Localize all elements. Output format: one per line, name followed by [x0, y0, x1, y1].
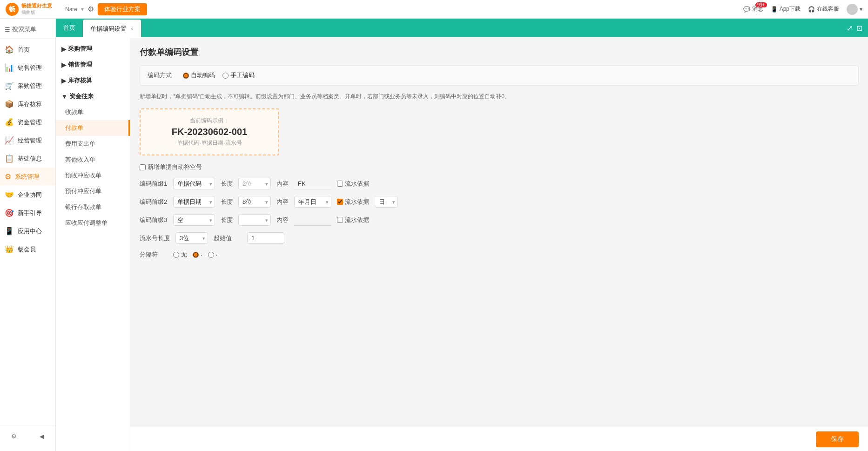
sub-item-shoukuan[interactable]: 收款单 — [56, 104, 130, 120]
waterfall3-checkbox[interactable] — [337, 217, 343, 223]
length1-select[interactable]: 2位 — [238, 178, 271, 189]
sidebar-item-finance[interactable]: 💰 资金管理 — [0, 113, 55, 131]
length2-select[interactable]: 8位 — [238, 196, 271, 208]
content2-select-wrapper: 年月日 — [294, 196, 331, 208]
user-avatar[interactable]: ▾ — [847, 4, 862, 15]
tab-window-icon[interactable]: ⊡ — [856, 24, 862, 33]
tab-close-icon[interactable]: × — [130, 26, 134, 32]
auto-code-option[interactable]: 自动编码 — [183, 71, 215, 80]
prefix1-select[interactable]: 单据代码 — [173, 178, 215, 189]
enterprise-icon: 🤝 — [5, 190, 14, 199]
sidebar-item-newbie[interactable]: 🎯 新手引导 — [0, 204, 55, 222]
length1-select-wrapper: 2位 — [238, 178, 271, 189]
sidebar-item-inventory[interactable]: 📦 库存核算 — [0, 95, 55, 113]
length1-label: 长度 — [221, 180, 233, 188]
prefix3-row: 编码前缀3 空 长度 内容 — [140, 214, 859, 226]
right-panel: 首页 单据编码设置 × ⤢ ⊡ ▶ 采购管理 — [56, 19, 868, 451]
serial-length-select[interactable]: 3位 — [175, 232, 208, 244]
sidebar-item-purchase[interactable]: 🛒 采购管理 — [0, 77, 55, 95]
sub-group-capital: ▼ 资金往来 收款单 付款单 费用支出单 其他收入单 — [56, 88, 130, 231]
sub-group-purchase-title[interactable]: ▶ 采购管理 — [56, 41, 130, 57]
prefix2-row: 编码前缀2 单据日期 长度 8位 内容 — [140, 196, 859, 208]
sub-group-sales-title[interactable]: ▶ 销售管理 — [56, 57, 130, 73]
search-menu-btn[interactable]: ☰ 搜索菜单 — [0, 22, 55, 36]
dropdown-arrow-icon[interactable]: ▾ — [81, 6, 84, 13]
separator-label: 分隔符 — [140, 250, 168, 259]
start-value-input[interactable] — [247, 232, 284, 244]
newbie-icon: 🎯 — [5, 209, 14, 217]
prefix1-select-wrapper: 单据代码 — [173, 178, 215, 189]
content1-input[interactable] — [294, 178, 331, 189]
content2-label: 内容 — [276, 198, 289, 206]
prefix3-select[interactable]: 空 — [173, 214, 215, 226]
sidebar-item-home[interactable]: 🏠 首页 — [0, 40, 55, 59]
sep-dot-option[interactable]: · — [208, 251, 218, 258]
sidebar-item-sales[interactable]: 📊 销售管理 — [0, 59, 55, 77]
prefix3-label: 编码前缀3 — [140, 216, 168, 224]
prefix3-select-wrapper: 空 — [173, 214, 215, 226]
main-content: 付款单编码设置 编码方式 自动编码 手工编码 — [130, 37, 868, 427]
sub-item-yushou[interactable]: 预收冲应收单 — [56, 168, 130, 183]
sub-group-inventory-title[interactable]: ▶ 库存核算 — [56, 73, 130, 88]
code-preview-box: 当前编码示例： FK-20230602-001 单据代码-单据日期-流水号 — [140, 108, 279, 155]
sidebar-item-operations[interactable]: 📈 经营管理 — [0, 131, 55, 149]
service-icon: 🎧 — [808, 6, 815, 13]
settings-gear-icon[interactable]: ⚙ — [87, 5, 94, 13]
separator-options: 无 · · — [173, 250, 217, 259]
sub-item-yufu[interactable]: 预付冲应付单 — [56, 183, 130, 199]
logo-icon: 畅 — [6, 3, 19, 16]
tab-home[interactable]: 首页 — [56, 19, 83, 37]
length2-select-wrapper: 8位 — [238, 196, 271, 208]
waterfall2-checkbox[interactable] — [337, 199, 343, 205]
sub-item-qita[interactable]: 其他收入单 — [56, 152, 130, 168]
waterfall2-checkbox-label[interactable]: 流水依据 — [337, 198, 369, 206]
sub-item-feiyong[interactable]: 费用支出单 — [56, 136, 130, 152]
manual-code-option[interactable]: 手工编码 — [222, 71, 255, 80]
content3-input[interactable] — [294, 215, 331, 226]
prefix2-select[interactable]: 单据日期 — [173, 196, 215, 208]
sidebar-settings-btn[interactable]: ⚙ — [7, 429, 21, 444]
message-badge: 99+ — [755, 2, 767, 7]
sub-item-fukuan[interactable]: 付款单 — [56, 120, 130, 136]
sep-dot-radio[interactable] — [208, 252, 214, 258]
sep-none-radio[interactable] — [173, 252, 179, 258]
trial-btn[interactable]: 体验行业方案 — [98, 3, 147, 15]
manual-code-radio[interactable] — [222, 73, 229, 79]
code-preview-sub: 单据代码-单据日期-流水号 — [152, 139, 267, 147]
message-btn[interactable]: 💬 消息 99+ — [743, 5, 763, 13]
tab-encoding-settings[interactable]: 单据编码设置 × — [83, 20, 141, 38]
sep-none-option[interactable]: 无 — [173, 250, 187, 259]
sep-dash-option[interactable]: · — [193, 251, 202, 258]
header-mid: Nare ▾ ⚙ 体验行业方案 — [65, 3, 740, 15]
sidebar-collapse-btn[interactable]: ◀ — [35, 429, 49, 444]
sidebar-item-enterprise[interactable]: 🤝 企业协同 — [0, 186, 55, 204]
sub-item-yingshou[interactable]: 应收应付调整单 — [56, 215, 130, 231]
sidebar-item-basic[interactable]: 📋 基础信息 — [0, 149, 55, 168]
sidebar-item-appstore[interactable]: 📱 应用中心 — [0, 222, 55, 240]
sidebar-item-system[interactable]: ⚙ 系统管理 — [0, 168, 55, 186]
waterfall3-checkbox-label[interactable]: 流水依据 — [337, 216, 369, 224]
online-service-btn[interactable]: 🎧 在线客服 — [808, 5, 839, 13]
start-value-label: 起始值 — [214, 234, 242, 242]
message-icon: 💬 — [743, 6, 750, 13]
waterfall1-checkbox-label[interactable]: 流水依据 — [337, 180, 369, 188]
save-button[interactable]: 保存 — [816, 431, 859, 447]
expand-icon: ▶ — [61, 61, 66, 68]
sub-group-capital-title[interactable]: ▼ 资金往来 — [56, 88, 130, 104]
length3-select[interactable] — [238, 214, 271, 226]
top-header: 畅 畅捷通好生意 插曲版 Nare ▾ ⚙ 体验行业方案 💬 消息 99+ 📱 … — [0, 0, 868, 19]
auto-code-radio[interactable] — [183, 73, 189, 79]
tab-maximize-icon[interactable]: ⤢ — [847, 24, 853, 33]
waterfall1-checkbox[interactable] — [337, 181, 343, 187]
inventory-icon: 📦 — [5, 100, 14, 108]
sidebar-item-member[interactable]: 👑 畅会员 — [0, 240, 55, 258]
auto-fill-row[interactable]: 新增单据自动补空号 — [140, 163, 859, 171]
auto-fill-checkbox[interactable] — [140, 164, 146, 170]
sub-item-yinhang[interactable]: 银行存取款单 — [56, 199, 130, 215]
sep-dash-radio[interactable] — [193, 252, 199, 258]
prefix1-label: 编码前缀1 — [140, 180, 168, 188]
content2-select[interactable]: 年月日 — [294, 196, 331, 208]
waterfall2-cycle-select[interactable]: 日 — [375, 196, 398, 208]
app-download-btn[interactable]: 📱 App下载 — [771, 5, 801, 13]
encoding-radio-group: 自动编码 手工编码 — [183, 71, 255, 80]
